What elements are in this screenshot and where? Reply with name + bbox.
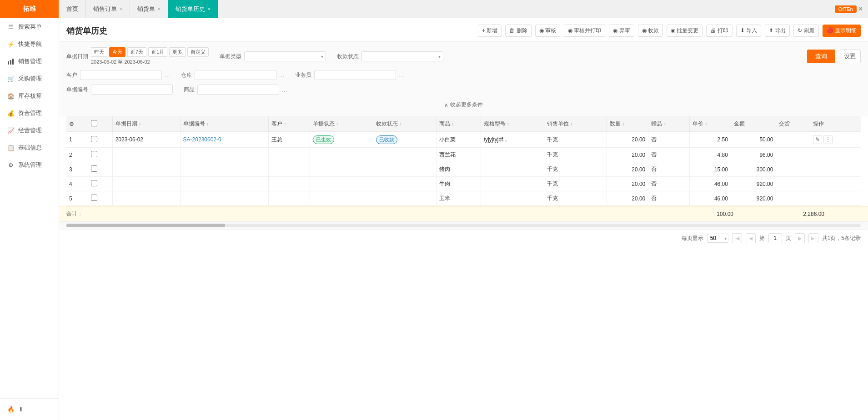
row-date-4 xyxy=(112,191,180,206)
sidebar-item-finance[interactable]: 💰 资金管理 xyxy=(0,105,59,122)
sidebar-bottom-fire[interactable]: 🔥 ⏸ xyxy=(0,402,59,416)
tab-sales-delivery-close[interactable]: × xyxy=(158,6,161,11)
payment-status-sort-icon[interactable]: ↕ xyxy=(399,121,401,126)
row-spec-4 xyxy=(481,191,544,206)
first-page-button[interactable]: |◀ xyxy=(732,233,742,243)
row-checkbox-3[interactable] xyxy=(88,177,112,191)
customer-input[interactable] xyxy=(80,70,162,80)
doc-date-sort-icon[interactable]: ↕ xyxy=(139,121,141,126)
query-button[interactable]: 查询 xyxy=(807,50,835,63)
last-page-button[interactable]: ▶| xyxy=(808,233,818,243)
tab-sales-history[interactable]: 销货单历史 × xyxy=(168,0,218,18)
settings-col-icon[interactable]: ⚙ xyxy=(69,121,74,127)
select-all-checkbox[interactable] xyxy=(91,120,97,126)
row-ops-1 xyxy=(810,148,861,162)
collapse-filter-button[interactable]: ∧ 收起更多条件 xyxy=(444,99,483,110)
gift-sort-icon[interactable]: ↕ xyxy=(664,121,666,126)
goods-input[interactable] xyxy=(197,85,279,95)
sidebar-item-sales-mgmt[interactable]: 销售管理 xyxy=(0,53,59,70)
delete-button[interactable]: 🗑 删除 xyxy=(505,25,531,37)
sidebar-item-base-info[interactable]: 📋 基础信息 xyxy=(0,139,59,156)
row-select-checkbox-4[interactable] xyxy=(91,195,97,201)
collect-button[interactable]: ◉ 收款 xyxy=(638,25,663,37)
salesperson-input[interactable] xyxy=(314,70,396,80)
spec-sort-icon[interactable]: ↕ xyxy=(507,121,509,126)
print-button[interactable]: 🖨 打印 xyxy=(706,25,732,37)
audit-print-button[interactable]: ◉ 审核并打印 xyxy=(564,25,605,37)
next-page-button[interactable]: ▶ xyxy=(795,233,805,243)
row-price-1: 4.80 xyxy=(690,148,731,162)
new-button[interactable]: + 新增 xyxy=(478,25,502,37)
prev-page-button[interactable]: ◀ xyxy=(746,233,756,243)
date-btn-7days[interactable]: 近7天 xyxy=(127,47,146,57)
doc-no-sort-icon[interactable]: ↕ xyxy=(206,121,209,126)
row-select-checkbox-2[interactable] xyxy=(91,165,97,172)
settings-filter-button[interactable]: 设置 xyxy=(839,50,861,63)
row-select-checkbox-3[interactable] xyxy=(91,180,97,186)
export-button[interactable]: ⬆ 导出 xyxy=(765,25,790,37)
payment-status-select[interactable] xyxy=(361,51,443,61)
audit-button[interactable]: ◉ 审核 xyxy=(535,25,560,37)
sidebar-item-sys-admin[interactable]: ⚙ 系统管理 xyxy=(0,156,59,174)
col-settings[interactable]: ⚙ xyxy=(66,116,88,132)
tab-sales-delivery[interactable]: 销货单 × xyxy=(130,0,168,18)
doc-status-sort-icon[interactable]: ↕ xyxy=(336,121,338,126)
row-checkbox-1[interactable] xyxy=(88,148,112,162)
purchase-mgmt-icon: 🛒 xyxy=(7,75,15,82)
date-btn-custom[interactable]: 自定义 xyxy=(187,47,209,57)
batch-change-button[interactable]: ◉ 批量变更 xyxy=(667,25,702,37)
col-spec-label: 规格型号 xyxy=(484,120,506,127)
row-checkbox-2[interactable] xyxy=(88,162,112,177)
doc-no-input[interactable] xyxy=(91,85,173,95)
page-number-input[interactable] xyxy=(768,233,782,243)
row-doc-no-0[interactable]: SA-20230602-0 xyxy=(180,132,268,148)
refresh-button[interactable]: ↻ 刷新 xyxy=(793,25,818,37)
doc-no-link-0[interactable]: SA-20230602-0 xyxy=(183,136,221,143)
row-spec-2 xyxy=(481,162,544,177)
often-badge: OfTEn xyxy=(835,5,857,13)
warehouse-dots[interactable]: ... xyxy=(279,71,285,79)
sidebar-bottom: 🔥 ⏸ xyxy=(0,398,59,420)
sidebar-item-search-menu[interactable]: ☰ 搜索菜单 xyxy=(0,18,59,35)
row-date-0: 2023-06-02 xyxy=(112,132,180,148)
tab-sales-history-close[interactable]: × xyxy=(208,6,211,11)
import-button[interactable]: ⬇ 导入 xyxy=(736,25,761,37)
date-btn-1month[interactable]: 近1月 xyxy=(148,47,167,57)
tab-home[interactable]: 首页 xyxy=(59,0,86,18)
date-btn-more[interactable]: 更多 xyxy=(169,47,186,57)
show-details-button[interactable]: 🔴 显示明细 xyxy=(823,25,861,37)
price-sort-icon[interactable]: ↕ xyxy=(705,121,707,126)
tab-sales-order-close[interactable]: × xyxy=(120,6,122,11)
row-checkbox-0[interactable] xyxy=(88,132,112,148)
tab-sales-order[interactable]: 销售订单 × xyxy=(86,0,130,18)
customer-sort-icon[interactable]: ↕ xyxy=(284,121,286,126)
row-edit-btn-0[interactable]: ✎ xyxy=(813,135,822,144)
goods-dots[interactable]: ... xyxy=(282,86,287,93)
doc-type-select[interactable] xyxy=(244,51,326,61)
customer-dots[interactable]: ... xyxy=(165,71,170,79)
sidebar-item-operations[interactable]: 📈 经营管理 xyxy=(0,122,59,139)
sidebar-item-label: 销售管理 xyxy=(18,57,42,65)
date-btn-yesterday[interactable]: 昨天 xyxy=(91,47,107,57)
row-select-checkbox-0[interactable] xyxy=(91,136,97,142)
page-size-wrapper: 50 20 100 xyxy=(707,234,728,243)
warehouse-input[interactable] xyxy=(195,70,276,80)
date-btn-today[interactable]: 今天 xyxy=(109,47,125,57)
row-checkbox-4[interactable] xyxy=(88,191,112,206)
sidebar-item-quick-nav[interactable]: ⚡ 快捷导航 xyxy=(0,35,59,53)
window-close-button[interactable]: × xyxy=(858,5,863,13)
discard-button[interactable]: ◉ 弃审 xyxy=(609,25,634,37)
page-size-label: 每页显示 xyxy=(682,235,703,242)
tab-sales-delivery-label: 销货单 xyxy=(137,5,155,13)
page-size-select[interactable]: 50 20 100 xyxy=(707,234,728,243)
page-label-before: 第 xyxy=(759,235,765,242)
row-select-checkbox-1[interactable] xyxy=(91,151,97,157)
sidebar-item-inventory[interactable]: 🏠 库存核算 xyxy=(0,87,59,105)
qty-sort-icon[interactable]: ↕ xyxy=(622,121,625,126)
row-more-btn-0[interactable]: ⋮ xyxy=(823,135,833,144)
row-qty-1: 20.00 xyxy=(607,148,648,162)
goods-sort-icon[interactable]: ↕ xyxy=(452,121,454,126)
salesperson-dots[interactable]: ... xyxy=(399,71,404,79)
sidebar-item-purchase-mgmt[interactable]: 🛒 采购管理 xyxy=(0,70,59,87)
unit-sort-icon[interactable]: ↕ xyxy=(570,121,572,126)
